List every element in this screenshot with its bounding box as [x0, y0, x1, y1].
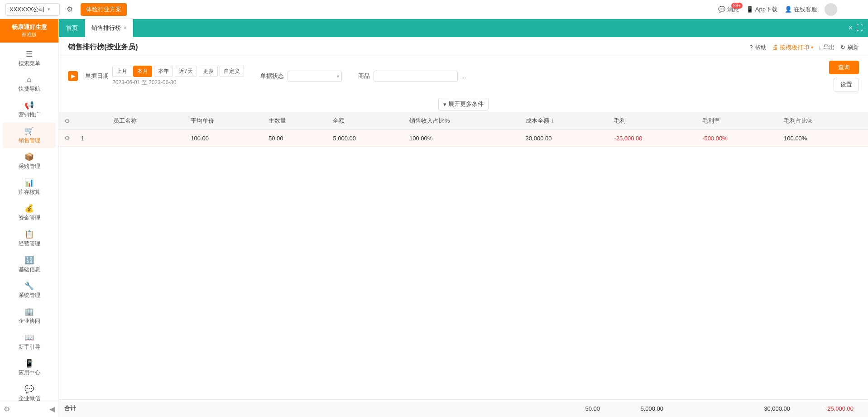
help-button[interactable]: ? 帮助 [749, 43, 766, 52]
nav-label-wechat: 企业微信 [19, 395, 40, 401]
nav-icon-guide: 📖 [24, 333, 34, 342]
row-amount-0: 5,000.00 [327, 130, 404, 147]
nav-icon-basic-info: 🔢 [24, 255, 34, 265]
logo: 畅康通好生意 标准版 [0, 19, 58, 43]
goods-input[interactable] [374, 71, 458, 82]
tab-sales-ranking[interactable]: 销售排行榜 × [85, 19, 133, 37]
sidebar-settings-button[interactable]: ⚙ [4, 405, 10, 413]
col-header-settings[interactable]: ⚙ [59, 112, 76, 130]
company-name: XXXXXX公司 [10, 5, 45, 14]
row-quantity-0: 50.00 [263, 130, 327, 147]
sidebar-item-wechat[interactable]: 💬 企业微信 [3, 381, 56, 401]
messages-badge: 99+ [731, 3, 743, 9]
date-btn-custom[interactable]: 自定义 [220, 66, 244, 77]
sidebar-item-system[interactable]: 🔧 系统管理 [3, 278, 56, 303]
filter-toggle-button[interactable]: ▶ [68, 71, 78, 81]
status-select[interactable] [288, 71, 342, 82]
table-container: ⚙ 员工名称 平均单价 主数量 全额 销售收入占比% 成本全额 ℹ [59, 112, 868, 399]
tab-close-all-icon[interactable]: × [849, 24, 853, 32]
footer-quantity: 50.00 [564, 405, 600, 412]
avatar[interactable] [825, 3, 837, 16]
nav-icon-inventory: 📊 [24, 178, 34, 187]
tab-home[interactable]: 首页 [59, 19, 85, 37]
row-settings-0[interactable]: ⚙ [59, 130, 76, 147]
col-header-sales-ratio: 销售收入占比% [404, 112, 520, 130]
table-footer: 合计 50.00 5,000.00 30,000.00 -25,000.00 [59, 399, 868, 417]
query-button[interactable]: 查询 [829, 61, 859, 74]
nav-label-sales: 销售管理 [19, 137, 40, 144]
row-cost-0: 30,000.00 [520, 130, 609, 147]
refresh-button[interactable]: ↻ 刷新 [840, 43, 859, 52]
sidebar-collapse-button[interactable]: ◀ [49, 405, 55, 413]
nav-label-basic-info: 基础信息 [19, 266, 40, 273]
expand-more-button[interactable]: ▾ 展开更多条件 [438, 98, 489, 110]
sidebar-item-quick-nav[interactable]: ⌂ 快捷导航 [3, 72, 56, 96]
nav-icon-system: 🔧 [24, 281, 34, 291]
tab-sales-ranking-label: 销售排行榜 [91, 24, 121, 32]
nav-label-quick-nav: 快捷导航 [19, 85, 40, 93]
cost-info-icon[interactable]: ℹ [551, 118, 554, 124]
row-name-0 [108, 130, 186, 147]
status-filter-label: 单据状态 [260, 72, 284, 80]
sidebar-item-operation[interactable]: 📋 经营管理 [3, 226, 56, 251]
gear-button[interactable]: ⚙ [63, 3, 76, 16]
tab-maximize-icon[interactable]: ⛶ [856, 24, 863, 32]
col-header-gross: 毛利 [609, 112, 697, 130]
sidebar-item-inventory[interactable]: 📊 库存核算 [3, 174, 56, 200]
message-icon: 💬 [718, 6, 725, 13]
date-btn-last-month[interactable]: 上月 [112, 66, 131, 77]
messages-button[interactable]: 💬 消息 99+ [718, 5, 739, 14]
col-header-quantity: 主数量 [263, 112, 327, 130]
nav-icon-app-center: 📱 [24, 359, 34, 368]
filter-toggle-icon: ▶ [71, 73, 75, 79]
col-header-index [76, 112, 108, 130]
sidebar-item-marketing[interactable]: 📢 营销推广 [3, 97, 56, 122]
row-gross-ratio-0: 100.00% [778, 130, 868, 147]
sidebar-item-sales[interactable]: 🛒 销售管理 [3, 123, 56, 148]
tab-close-icon[interactable]: × [124, 25, 127, 31]
settings-button[interactable]: 设置 [834, 78, 859, 91]
sidebar-item-finance[interactable]: 💰 资金管理 [3, 200, 56, 225]
nav-label-enterprise: 企业协同 [19, 317, 40, 325]
col-header-gross-rate: 毛利率 [697, 112, 778, 130]
logo-line1: 畅康通好生意 [12, 24, 47, 31]
app-download-button[interactable]: 📱 App下载 [746, 5, 777, 14]
date-filter-label: 单据日期 [85, 72, 109, 80]
sidebar-item-basic-info[interactable]: 🔢 基础信息 [3, 252, 56, 277]
export-icon: ↓ [819, 44, 822, 51]
online-service-label: 在线客服 [794, 5, 817, 14]
date-btn-this-year[interactable]: 本年 [154, 66, 173, 77]
date-btn-more[interactable]: 更多 [199, 66, 218, 77]
col-header-avg-price: 平均单价 [185, 112, 263, 130]
online-service-button[interactable]: 👤 在线客服 [785, 5, 817, 14]
print-caret-icon: ▾ [811, 45, 813, 50]
help-label: 帮助 [755, 43, 767, 52]
goods-more-icon[interactable]: ... [461, 73, 466, 80]
company-selector[interactable]: XXXXXX公司 ▾ [5, 3, 60, 16]
col-header-amount: 全额 [327, 112, 404, 130]
sidebar-item-guide[interactable]: 📖 新手引导 [3, 329, 56, 355]
nav-icon-quick-nav: ⌂ [27, 75, 31, 84]
footer-gross: -25,000.00 [817, 405, 854, 412]
nav-label-search: 搜索菜单 [19, 60, 40, 67]
sidebar-item-purchase[interactable]: 📦 采购管理 [3, 149, 56, 174]
col-header-gross-ratio: 毛利占比% [778, 112, 868, 130]
date-btn-7days[interactable]: 近7天 [175, 66, 197, 77]
print-label: 按模板打印 [780, 43, 809, 52]
goods-filter-label: 商品 [358, 72, 370, 80]
col-header-cost: 成本全额 ℹ [520, 112, 609, 130]
export-button[interactable]: ↓ 导出 [819, 43, 835, 52]
refresh-label: 刷新 [847, 43, 859, 52]
nav-label-system: 系统管理 [19, 292, 40, 299]
tab-home-label: 首页 [66, 24, 78, 32]
trial-button[interactable]: 体验行业方案 [81, 3, 127, 16]
sidebar-item-enterprise[interactable]: 🏢 企业协同 [3, 303, 56, 329]
print-button[interactable]: 🖨 按模板打印 ▾ [772, 43, 813, 52]
column-settings-icon[interactable]: ⚙ [64, 117, 70, 125]
row-avg-price-0: 100.00 [185, 130, 263, 147]
date-btn-this-month[interactable]: 本月 [133, 66, 152, 77]
nav-label-app-center: 应用中心 [19, 369, 40, 377]
nav-label-marketing: 营销推广 [19, 111, 40, 119]
sidebar-item-app-center[interactable]: 📱 应用中心 [3, 355, 56, 380]
sidebar-item-search[interactable]: ☰ 搜索菜单 [3, 46, 56, 71]
